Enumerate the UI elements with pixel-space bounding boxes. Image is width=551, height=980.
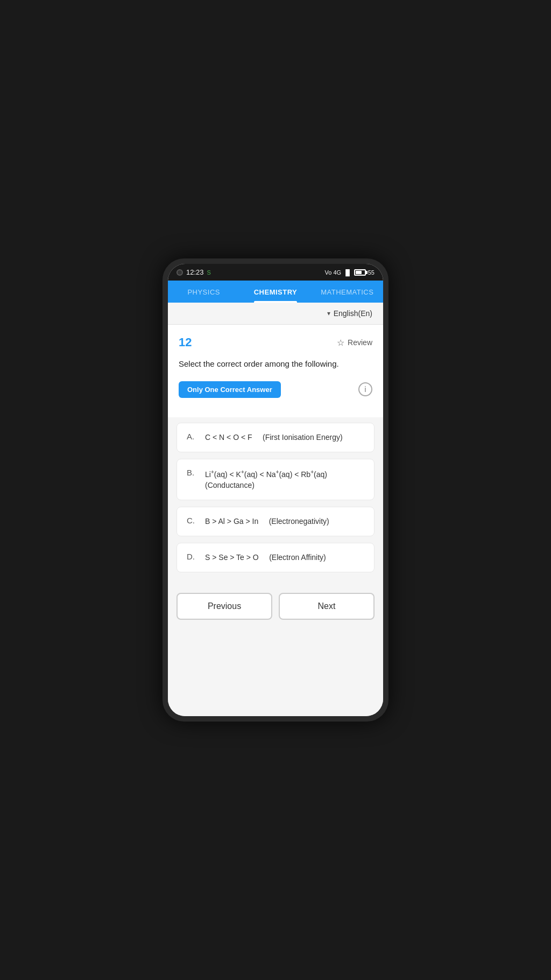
options-area: A. C < N < O < F (First Ionisation Energ… (168, 417, 383, 585)
option-c[interactable]: C. B > Al > Ga > In (Electronegativity) (176, 507, 375, 536)
content-area: ▾ English(En) 12 ☆ Review Select the cor… (168, 303, 383, 716)
status-left: 12:23 S (176, 268, 211, 276)
language-bar: ▾ English(En) (168, 303, 383, 325)
question-area: 12 ☆ Review Select the correct order amo… (168, 325, 383, 417)
status-s: S (207, 269, 211, 276)
language-selector[interactable]: ▾ English(En) (327, 309, 372, 318)
battery-level: 55 (368, 269, 375, 276)
tab-chemistry[interactable]: CHEMISTRY (239, 281, 311, 303)
status-right: Vo 4G ▐▌ 55 (325, 269, 375, 276)
battery-icon (354, 269, 366, 276)
battery-fill (356, 271, 362, 274)
signal-bars: ▐▌ (343, 269, 352, 276)
next-button[interactable]: Next (279, 593, 375, 620)
language-label: English(En) (334, 309, 372, 318)
option-a[interactable]: A. C < N < O < F (First Ionisation Energ… (176, 423, 375, 452)
question-header: 12 ☆ Review (179, 335, 372, 349)
network-indicator: Vo 4G (325, 269, 342, 276)
option-d[interactable]: D. S > Se > Te > O (Electron Affinity) (176, 543, 375, 572)
info-icon[interactable]: i (358, 382, 372, 396)
nav-tabs: PHYSICS CHEMISTRY MATHEMATICS (168, 281, 383, 303)
question-text: Select the correct order among the follo… (179, 358, 372, 370)
tab-physics[interactable]: PHYSICS (168, 281, 239, 303)
star-icon: ☆ (337, 338, 344, 348)
status-bar: 12:23 S Vo 4G ▐▌ 55 (168, 264, 383, 281)
answer-type-badge: Only One Correct Answer (179, 381, 281, 398)
review-button[interactable]: ☆ Review (337, 338, 372, 348)
camera-dot (176, 269, 183, 276)
option-a-letter: A. (187, 432, 197, 441)
option-c-content: B > Al > Ga > In (Electronegativity) (205, 516, 329, 527)
option-d-letter: D. (187, 552, 197, 561)
option-c-letter: C. (187, 516, 197, 525)
phone-screen: 12:23 S Vo 4G ▐▌ 55 PHYSICS CHEMISTRY MA… (168, 264, 383, 716)
phone-frame: 12:23 S Vo 4G ▐▌ 55 PHYSICS CHEMISTRY MA… (163, 258, 388, 722)
bottom-nav: Previous Next (168, 584, 383, 628)
review-label: Review (348, 338, 372, 347)
status-time: 12:23 (186, 268, 204, 276)
option-a-content: C < N < O < F (First Ionisation Energy) (205, 432, 343, 443)
question-number: 12 (179, 335, 192, 349)
answer-type-row: Only One Correct Answer i (179, 381, 372, 398)
option-b[interactable]: B. Li+(aq) < K+(aq) < Na+(aq) < Rb+(aq)(… (176, 459, 375, 501)
tab-mathematics[interactable]: MATHEMATICS (312, 281, 383, 303)
option-b-content: Li+(aq) < K+(aq) < Na+(aq) < Rb+(aq)(Con… (205, 468, 327, 492)
option-b-letter: B. (187, 468, 197, 477)
previous-button[interactable]: Previous (176, 593, 272, 620)
chevron-down-icon: ▾ (327, 310, 330, 317)
option-d-content: S > Se > Te > O (Electron Affinity) (205, 552, 326, 563)
